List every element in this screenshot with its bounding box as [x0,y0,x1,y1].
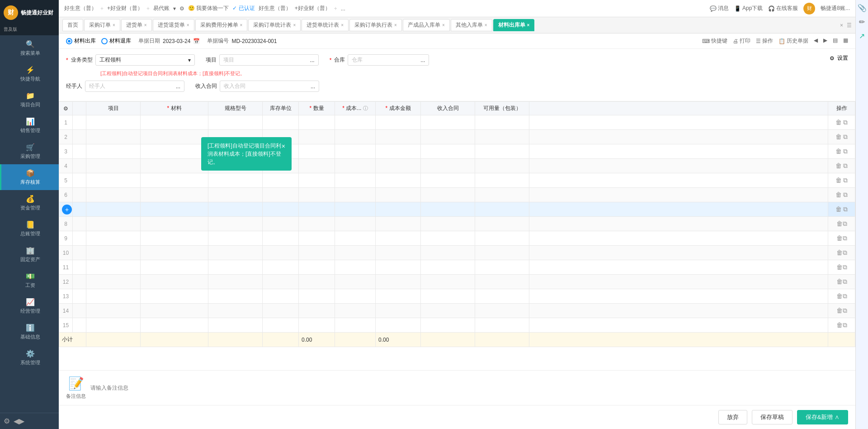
user-name[interactable]: 畅捷通8账... [821,5,850,12]
row-qty-cell[interactable] [299,144,335,159]
row-material-cell[interactable] [141,217,208,231]
row-project-cell[interactable] [86,130,141,144]
row-7-income-contract[interactable] [421,202,475,217]
row-project-cell[interactable] [86,217,141,231]
income-contract-input[interactable]: 收入合同 ... [220,81,319,92]
row-material-cell[interactable] [141,318,208,333]
tab-arrival-close[interactable]: × [144,23,147,28]
tab-menu-icon[interactable]: ☰ [847,22,852,29]
row-qty-cell[interactable] [299,159,335,173]
detail-view-icon[interactable]: ▦ [843,37,848,45]
tab-other-in[interactable]: 其他入库单 × [451,19,492,31]
right-panel-pen-icon[interactable]: ✏ [859,18,865,26]
row-cost-cell[interactable] [335,231,376,246]
copy-row-icon[interactable]: ⧉ [843,292,847,300]
topbar-dropdown[interactable]: ▾ [173,5,176,12]
row-project-cell[interactable] [86,159,141,173]
row-project-cell[interactable] [86,289,141,304]
copy-row-icon[interactable]: ⧉ [843,220,847,227]
row-project-cell[interactable] [86,275,141,289]
right-panel-attach-icon[interactable]: 📎 [858,4,867,12]
sidebar-item-inventory[interactable]: 📦 库存核算 [0,164,59,190]
row-project-cell[interactable] [86,173,141,188]
sidebar-item-basic[interactable]: ℹ️ 基础信息 [0,319,59,345]
grid-view-icon[interactable]: ▤ [833,37,838,45]
row-7-cost[interactable] [335,202,376,217]
row-income-contract-cell[interactable] [421,304,475,318]
row-material-cell[interactable] [141,275,208,289]
sidebar-item-finance[interactable]: 💰 资金管理 [0,190,59,216]
topbar-app-download[interactable]: 📱 App下载 [734,5,763,12]
row-qty-cell[interactable] [299,173,335,188]
topbar-easy-trade[interactable]: 易代账 [153,5,170,12]
tab-purchase-order[interactable]: 采购订单 × [84,19,120,31]
copy-row-icon[interactable]: ⧉ [843,307,847,314]
row-material-cell[interactable] [141,144,208,159]
tab-home[interactable]: 首页 [62,19,83,31]
row-cost-cell[interactable] [335,289,376,304]
save-draft-button[interactable]: 保存草稿 [752,410,793,424]
shortcut-action[interactable]: ⌨ 快捷键 [702,37,727,45]
row-material-cell[interactable] [141,188,208,202]
tab-purchase-stat[interactable]: 采购订单统计表 × [248,19,301,31]
history-action[interactable]: 📋 历史单据 [778,37,808,45]
copy-row-icon[interactable]: ⧉ [843,263,847,271]
sidebar-item-system[interactable]: ⚙️ 系统管理 [0,345,59,371]
radio-material-return[interactable]: 材料退库 [101,37,131,45]
col-cost-info-icon[interactable]: ⓘ [363,105,368,111]
row-qty-cell[interactable] [299,289,335,304]
row-income-contract-cell[interactable] [421,115,475,130]
topbar-certified2-good-biz[interactable]: 好生意（普） [259,5,291,12]
copy-row-icon[interactable]: ⧉ [843,321,847,329]
user-avatar[interactable]: 财 [803,3,815,14]
row-project-cell[interactable] [86,231,141,246]
copy-row-icon[interactable]: ⧉ [843,278,847,285]
row-spec-cell[interactable] [208,260,263,275]
sidebar-item-sales[interactable]: 📊 销售管理 [0,113,59,138]
delete-row-icon[interactable]: 🗑 [836,307,843,314]
row-cost-cell[interactable] [335,217,376,231]
delete-row-icon[interactable]: 🗑 [836,321,843,329]
tab-material-out[interactable]: 材料出库单 × [493,19,535,31]
row-cost-cell[interactable] [335,173,376,188]
row-income-contract-cell[interactable] [421,275,475,289]
row-qty-cell[interactable] [299,260,335,275]
row-cost-cell[interactable] [335,304,376,318]
row-income-contract-cell[interactable] [421,188,475,202]
notes-input[interactable] [90,385,848,391]
settings-field[interactable]: ⚙ 设置 [830,54,848,62]
copy-row-icon[interactable]: ⧉ [843,249,847,256]
row-income-contract-cell[interactable] [421,217,475,231]
tab-purchase-exec-close[interactable]: × [394,23,397,28]
prev-record-icon[interactable]: ◀ [814,37,818,45]
sidebar-item-ops[interactable]: 📈 经营管理 [0,293,59,319]
row-material-cell[interactable] [141,289,208,304]
tab-arrival-stat[interactable]: 进货单统计表 × [302,19,349,31]
topbar-certified2-good-wealth[interactable]: +好业财（普） [295,5,330,12]
row-material-cell[interactable] [141,304,208,318]
copy-row-icon[interactable]: ⧉ [843,162,848,169]
row-cost-cell[interactable] [335,275,376,289]
print-action[interactable]: 🖨 打印 [733,37,750,45]
row-income-contract-cell[interactable] [421,130,475,144]
row-income-contract-cell[interactable] [421,159,475,173]
copy-row-icon[interactable]: ⧉ [843,176,848,184]
radio-material-out[interactable]: 材料出库 [66,37,96,45]
row-project-cell[interactable] [86,188,141,202]
delete-row-7-icon[interactable]: 🗑 [835,205,842,213]
sidebar-item-project[interactable]: 📁 项目合同 [0,87,59,113]
copy-row-icon[interactable]: ⧉ [843,191,848,198]
manager-input[interactable]: 经手人 ... [85,81,184,92]
row-qty-cell[interactable] [299,246,335,260]
tab-close-all-icon[interactable]: × [840,22,843,29]
copy-row-icon[interactable]: ⧉ [843,133,848,140]
row-cost-cell[interactable] [335,130,376,144]
collapse-icon[interactable]: ◀▶ [14,417,24,425]
operate-action[interactable]: ☰ 操作 [756,37,773,45]
delete-row-icon[interactable]: 🗑 [836,278,843,285]
row-project-cell[interactable] [86,115,141,130]
tab-arrival-return[interactable]: 进货退货单 × [153,19,194,31]
topbar-good-wealth[interactable]: +好业财（普） [107,5,143,12]
warehouse-input[interactable]: 仓库 ... [348,54,429,66]
row-project-cell[interactable] [86,304,141,318]
